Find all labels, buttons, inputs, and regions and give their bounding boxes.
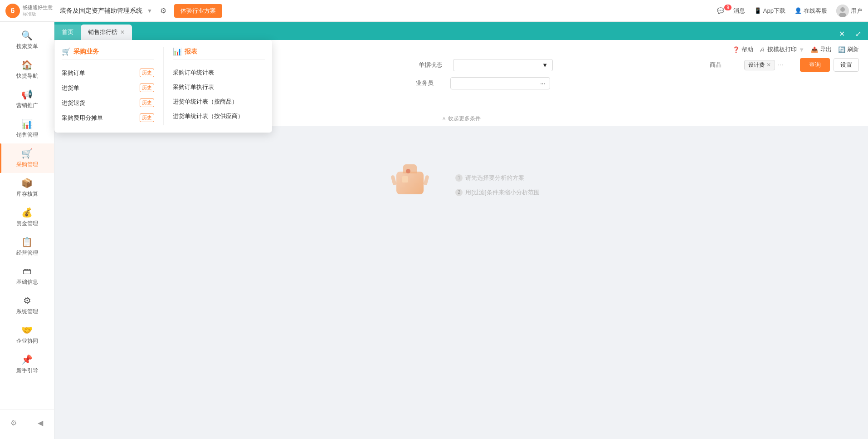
menu-item-purchase-order[interactable]: 采购订单 历史 xyxy=(62,65,154,80)
tab-home[interactable]: 首页 xyxy=(54,25,81,40)
message-label: 消息 xyxy=(733,7,745,15)
header-settings-icon[interactable]: ⚙ xyxy=(157,5,170,17)
incoming-label: 进货单 xyxy=(62,84,136,92)
purchase-icon: 🛒 xyxy=(21,148,33,159)
logo-area: 6 畅捷通好生意 标准版 xyxy=(5,4,60,18)
sidebar: 🔍 搜索菜单 🏠 快捷导航 📢 营销推广 📊 销售管理 🛒 采购管理 📦 库存核… xyxy=(0,22,54,439)
menu-item-order-stat[interactable]: 采购订单统计表 xyxy=(173,65,265,80)
purchase-section-title: 🛒 采购业务 xyxy=(62,47,154,60)
industry-btn[interactable]: 体验行业方案 xyxy=(174,4,222,18)
empty-state: 1 请先选择要分析的方案 2 用[过滤]条件来缩小分析范围 xyxy=(54,126,868,244)
sidebar-item-quick-nav[interactable]: 🏠 快捷导航 xyxy=(0,55,54,84)
user-action[interactable]: 用户 xyxy=(836,5,863,17)
sidebar-collapse-btn[interactable]: ◀ xyxy=(32,414,49,431)
query-btn[interactable]: 查询 xyxy=(800,58,830,72)
refresh-btn[interactable]: 🔄 刷新 xyxy=(838,45,859,54)
menu-item-order-exec[interactable]: 采购订单执行表 xyxy=(173,80,265,94)
empty-hint2: 用[过滤]条件来缩小分析范围 xyxy=(465,187,539,198)
online-service-action[interactable]: 👤 在线客服 xyxy=(795,7,827,15)
logo-icon: 6 xyxy=(5,4,20,18)
sys-dropdown-arrow[interactable]: ▼ xyxy=(147,8,152,14)
help-label: 帮助 xyxy=(741,45,753,54)
sidebar-item-finance[interactable]: 💰 资金管理 xyxy=(0,202,54,232)
return-hist[interactable]: 历史 xyxy=(140,99,154,107)
menu-item-expense[interactable]: 采购费用分摊单 历史 xyxy=(62,110,154,125)
refresh-label: 刷新 xyxy=(847,45,859,54)
report-section-label: 报表 xyxy=(185,48,197,56)
user-avatar xyxy=(836,5,849,17)
sidebar-item-system[interactable]: ⚙ 系统管理 xyxy=(0,291,54,320)
help-icon: ❓ xyxy=(732,46,740,53)
sidebar-item-marketing[interactable]: 📢 营销推广 xyxy=(0,84,54,114)
sidebar-label-cooperation: 企业协同 xyxy=(16,337,38,345)
salesperson-label: 业务员 xyxy=(416,79,443,87)
tab-close-icon[interactable]: ✕ xyxy=(120,29,125,35)
inventory-icon: 📦 xyxy=(21,178,33,188)
doc-status-select[interactable]: ▼ xyxy=(453,59,553,71)
phone-icon: 📱 xyxy=(754,7,761,14)
menu-item-incoming[interactable]: 进货单 历史 xyxy=(62,80,154,95)
app-download-action[interactable]: 📱 App下载 xyxy=(754,7,785,15)
sidebar-label-purchase: 采购管理 xyxy=(16,161,38,168)
menu-item-return[interactable]: 进货退货 历史 xyxy=(62,95,154,110)
operations-icon: 📋 xyxy=(21,237,33,247)
message-action[interactable]: 💬 9 消息 xyxy=(717,7,745,15)
tab-sales-ranking[interactable]: 销售排行榜 ✕ xyxy=(81,25,132,40)
sales-icon: 📊 xyxy=(21,118,33,129)
order-exec-label: 采购订单执行表 xyxy=(173,83,265,91)
sidebar-label-marketing: 营销推广 xyxy=(16,102,38,109)
header-right: 💬 9 消息 📱 App下载 👤 在线客服 用户 xyxy=(717,5,863,17)
svg-point-1 xyxy=(840,7,845,12)
online-service-label: 在线客服 xyxy=(804,7,827,15)
logo-badge: 标准版 xyxy=(23,11,53,17)
sidebar-label-system: 系统管理 xyxy=(16,308,38,316)
incoming-stat-supplier-label: 进货单统计表（按供应商） xyxy=(173,112,265,120)
empty-illustration xyxy=(383,163,437,208)
header-middle: 装备及固定资产辅助管理系统 ▼ ⚙ 体验行业方案 xyxy=(60,4,717,18)
message-badge: 9 xyxy=(724,5,731,10)
goods-more-dots[interactable]: ··· xyxy=(778,61,784,69)
goods-tag-close[interactable]: ✕ xyxy=(766,62,771,68)
sidebar-label-guide: 新手引导 xyxy=(16,367,38,375)
goods-label: 商品 xyxy=(710,61,737,69)
export-btn[interactable]: 📤 导出 xyxy=(811,45,832,54)
sidebar-item-cooperation[interactable]: 🤝 企业协同 xyxy=(0,320,54,350)
sidebar-item-purchase[interactable]: 🛒 采购管理 xyxy=(0,143,54,173)
settings-btn[interactable]: 设置 xyxy=(834,58,859,72)
empty-hint1: 请先选择要分析的方案 xyxy=(465,172,524,184)
incoming-hist[interactable]: 历史 xyxy=(140,84,154,92)
help-btn[interactable]: ❓ 帮助 xyxy=(732,45,753,54)
finance-icon: 💰 xyxy=(21,207,33,218)
tab-bar: 首页 销售排行榜 ✕ ✕ ⤢ xyxy=(54,22,868,40)
expense-hist[interactable]: 历史 xyxy=(140,113,154,122)
purchase-section-icon: 🛒 xyxy=(62,47,71,56)
purchase-section-label: 采购业务 xyxy=(73,48,99,56)
doc-status-dropdown-icon: ▼ xyxy=(542,62,548,69)
purchase-order-hist[interactable]: 历史 xyxy=(140,69,154,77)
sys-title: 装备及固定资产辅助管理系统 xyxy=(60,7,142,15)
refresh-icon: 🔄 xyxy=(838,46,845,53)
sidebar-bottom-settings[interactable]: ⚙ xyxy=(5,414,22,431)
sidebar-item-inventory[interactable]: 📦 库存核算 xyxy=(0,173,54,202)
guide-icon: 📌 xyxy=(21,354,33,365)
sidebar-item-guide[interactable]: 📌 新手引导 xyxy=(0,350,54,379)
sidebar-label-finance: 资金管理 xyxy=(16,220,38,227)
sidebar-item-operations[interactable]: 📋 经营管理 xyxy=(0,232,54,261)
goods-tag: 设计费 ✕ xyxy=(744,60,775,70)
sidebar-item-sales[interactable]: 📊 销售管理 xyxy=(0,114,54,143)
logo-text: 畅捷通好生意 xyxy=(23,4,53,10)
purchase-order-label: 采购订单 xyxy=(62,69,136,77)
print-label: 按模板打印 xyxy=(767,45,797,54)
tab-close-btn[interactable]: ✕ xyxy=(835,27,848,40)
menu-item-incoming-stat-supplier[interactable]: 进货单统计表（按供应商） xyxy=(173,109,265,123)
sidebar-item-search[interactable]: 🔍 搜索菜单 xyxy=(0,25,54,55)
print-dropdown-icon: ▼ xyxy=(799,46,805,53)
menu-item-incoming-stat-goods[interactable]: 进货单统计表（按商品） xyxy=(173,94,265,109)
tab-fullscreen-btn[interactable]: ⤢ xyxy=(852,27,864,40)
sidebar-item-base-info[interactable]: 🗃 基础信息 xyxy=(0,261,54,291)
salesperson-select[interactable]: ··· xyxy=(450,77,550,89)
svg-point-2 xyxy=(839,13,846,17)
sidebar-label-operations: 经营管理 xyxy=(16,249,38,257)
user-label: 用户 xyxy=(851,7,863,15)
print-btn[interactable]: 🖨 按模板打印 ▼ xyxy=(760,45,805,54)
